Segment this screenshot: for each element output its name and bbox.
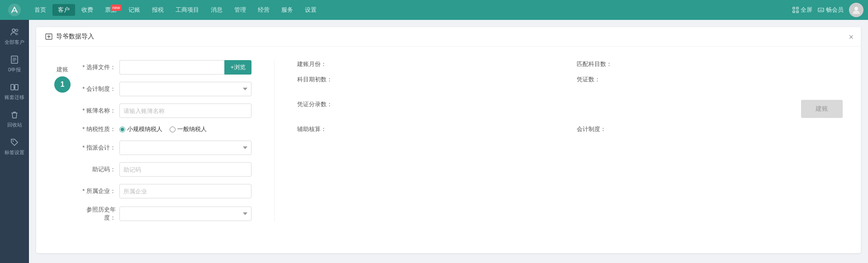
small-taxpayer-option[interactable]: 小规模纳税人 <box>119 125 162 133</box>
file-input[interactable] <box>119 60 224 75</box>
accounting-system-label: * 会计制度： <box>80 85 116 93</box>
history-year-select[interactable] <box>119 207 251 221</box>
voucher-count-label: 凭证数： <box>577 75 613 84</box>
accounting-system-row: * 会计制度： <box>80 82 251 96</box>
report-icon <box>9 55 19 65</box>
form-area: 建账 1 * 选择文件： +浏览 <box>36 47 861 235</box>
build-btn-area: 建账 <box>577 91 843 118</box>
form-left: * 选择文件： +浏览 * 会计制度： <box>80 60 251 222</box>
nav-item-service[interactable]: 服务 <box>276 4 299 16</box>
svg-rect-3 <box>793 11 795 13</box>
svg-rect-4 <box>797 11 798 13</box>
top-navbar: 首页 客户 收费 票据 new 记账 报税 工商项目 消息 管理 经营 服务 设… <box>0 0 868 20</box>
general-taxpayer-radio[interactable] <box>170 127 175 132</box>
memo-label: 助记码： <box>80 165 116 174</box>
history-year-label: 参照历史年度： <box>80 206 116 222</box>
dialog-card: 导爷数据导入 × 建账 1 * 选择文件： <box>36 27 861 253</box>
accounting-system-select[interactable] <box>119 82 251 96</box>
main-content: 导爷数据导入 × 建账 1 * 选择文件： <box>29 20 868 263</box>
match-subjects-row: 匹配科目数： <box>577 60 843 68</box>
svg-rect-13 <box>11 85 14 90</box>
dialog-header: 导爷数据导入 × <box>36 27 861 47</box>
svg-rect-5 <box>818 8 824 12</box>
svg-point-0 <box>8 4 21 16</box>
vip-button[interactable]: 畅会员 <box>818 6 844 14</box>
sidebar: 全部客户 0申报 账套迁移 回收站 标签设置 <box>0 20 29 263</box>
step-label: 建账 <box>57 66 68 74</box>
assign-accountant-row: * 指派会计： <box>80 141 251 155</box>
sidebar-item-all-customers[interactable]: 全部客户 <box>1 23 28 49</box>
sidebar-item-zero-report-label: 0申报 <box>8 66 21 73</box>
build-month-label: 建账月份： <box>297 60 333 68</box>
right-accounting-system-row: 会计制度： <box>577 125 843 133</box>
nav-item-tax[interactable]: 报税 <box>147 4 169 16</box>
sidebar-item-recycle[interactable]: 回收站 <box>1 106 28 132</box>
memo-input[interactable] <box>119 162 251 177</box>
voucher-entries-label: 凭证分录数： <box>297 100 333 108</box>
tax-type-row: * 纳税性质： 小规模纳税人 一般纳税人 <box>80 125 251 133</box>
ledger-name-label: * 账簿名称： <box>80 107 116 115</box>
sidebar-item-tag-settings[interactable]: 标签设置 <box>1 134 28 160</box>
file-label: * 选择文件： <box>80 63 116 71</box>
svg-point-8 <box>16 29 18 32</box>
dialog-title: 导爷数据导入 <box>56 33 94 41</box>
history-year-row: 参照历史年度： <box>80 206 251 222</box>
close-button[interactable]: × <box>849 33 854 42</box>
vertical-divider <box>274 60 275 222</box>
ledger-name-input[interactable] <box>119 103 251 118</box>
file-select-row: * 选择文件： +浏览 <box>80 60 251 75</box>
build-month-row: 建账月份： <box>297 60 563 68</box>
vip-label: 畅会员 <box>826 6 844 14</box>
svg-point-15 <box>13 141 14 141</box>
right-accounting-system-label: 会计制度： <box>577 125 613 133</box>
fullscreen-label: 全屏 <box>801 6 812 14</box>
small-taxpayer-radio[interactable] <box>119 127 125 132</box>
trash-icon <box>9 110 19 120</box>
nav-item-bookkeeping[interactable]: 记账 <box>123 4 146 16</box>
nav-item-business[interactable]: 工商项目 <box>170 4 204 16</box>
nav-item-settings[interactable]: 设置 <box>299 4 322 16</box>
voucher-entries-row: 凭证分录数： <box>297 91 563 118</box>
build-account-button[interactable]: 建账 <box>801 100 843 118</box>
sidebar-item-account-transfer[interactable]: 账套迁移 <box>1 79 28 104</box>
nav-item-fee[interactable]: 收费 <box>76 4 99 16</box>
new-badge: new <box>111 5 121 11</box>
nav-item-manage[interactable]: 管理 <box>229 4 251 16</box>
general-taxpayer-label: 一般纳税人 <box>177 125 207 133</box>
user-avatar[interactable] <box>849 3 863 17</box>
match-subjects-label: 匹配科目数： <box>577 60 613 68</box>
nav-item-operation[interactable]: 经营 <box>252 4 275 16</box>
small-taxpayer-label: 小规模纳税人 <box>127 125 162 133</box>
app-logo <box>5 0 24 20</box>
nav-item-customer[interactable]: 客户 <box>52 4 75 16</box>
info-grid: 建账月份： 匹配科目数： 科目期初数： 凭证数： <box>297 60 843 133</box>
app-layout: 全部客户 0申报 账套迁移 回收站 标签设置 <box>0 20 868 263</box>
company-input[interactable] <box>119 184 251 198</box>
nav-item-invoice[interactable]: 票据 new <box>100 4 122 16</box>
users-icon <box>9 27 19 37</box>
nav-right-area: 全屏 畅会员 <box>792 3 863 17</box>
assign-accountant-select[interactable] <box>119 141 251 155</box>
fullscreen-icon <box>792 7 799 13</box>
svg-point-7 <box>12 29 15 32</box>
general-taxpayer-option[interactable]: 一般纳税人 <box>170 125 207 133</box>
sidebar-item-recycle-label: 回收站 <box>7 122 22 128</box>
fullscreen-button[interactable]: 全屏 <box>792 6 812 14</box>
avatar-icon <box>851 5 861 15</box>
sidebar-item-zero-report[interactable]: 0申报 <box>1 51 28 77</box>
subject-initial-label: 科目期初数： <box>297 75 333 84</box>
import-icon <box>45 33 52 40</box>
svg-rect-2 <box>797 7 798 9</box>
memo-row: 助记码： <box>80 162 251 177</box>
ledger-name-row: * 账簿名称： <box>80 103 251 118</box>
sidebar-item-tag-settings-label: 标签设置 <box>5 149 24 156</box>
browse-input-group: +浏览 <box>119 60 251 75</box>
sidebar-item-all-customers-label: 全部客户 <box>5 39 24 46</box>
browse-button[interactable]: +浏览 <box>224 60 251 75</box>
nav-item-home[interactable]: 首页 <box>29 4 52 16</box>
tax-type-label: * 纳税性质： <box>80 125 116 133</box>
form-right: 建账月份： 匹配科目数： 科目期初数： 凭证数： <box>297 60 843 222</box>
sidebar-item-account-transfer-label: 账套迁移 <box>5 94 24 101</box>
nav-item-message[interactable]: 消息 <box>205 4 228 16</box>
step-circle: 1 <box>54 76 71 93</box>
